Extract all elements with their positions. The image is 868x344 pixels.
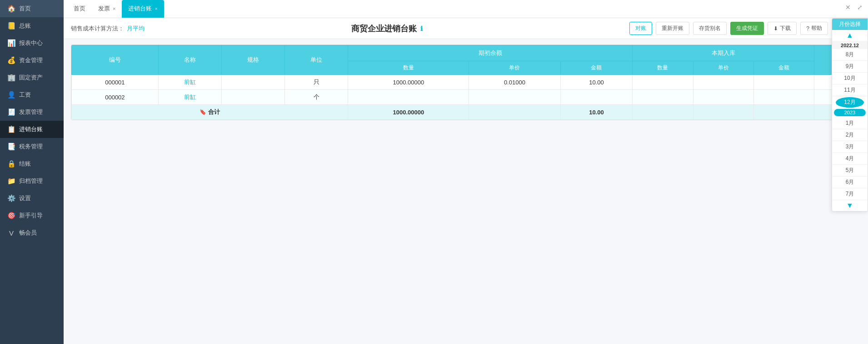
sidebar-label-vip: 畅会员 [19, 229, 37, 237]
month-item-10月[interactable]: 10月 [832, 73, 868, 84]
cell-spec [222, 90, 285, 105]
tab-label-purchase-sales: 进销台账 [128, 5, 152, 13]
sidebar-label-general-ledger: 总账 [19, 22, 31, 30]
sidebar-icon-invoice-management: 🧾 [7, 108, 15, 116]
sidebar-item-fund-management[interactable]: 💰资金管理 [0, 52, 64, 69]
cell-in-qty [633, 75, 693, 90]
sidebar-item-general-ledger[interactable]: 📒总账 [0, 17, 64, 34]
month-nav-up[interactable]: ▲ [832, 30, 868, 41]
cell-name: 前缸 [158, 90, 221, 105]
toolbar-right: 对账 重新开账 存货别名 生成凭证 ⬇ 下载 ? 帮助 ↻ 刷新 [629, 22, 861, 35]
sidebar-label-settings: 设置 [19, 194, 31, 202]
sidebar-icon-general-ledger: 📒 [7, 22, 15, 30]
sidebar-label-tax-management: 税务管理 [19, 143, 43, 151]
sidebar-label-purchase-sales-ledger: 进销台账 [19, 125, 43, 133]
close-button[interactable]: ✕ [843, 3, 853, 12]
sidebar-item-payroll[interactable]: 👤工资 [0, 86, 64, 103]
help-button[interactable]: ? 帮助 [800, 22, 828, 35]
table-wrapper: 编号 名称 规格 单位 期初余额 本期入库 数 数量 单价 金额 数 [71, 44, 861, 120]
sidebar-label-archive-management: 归档管理 [19, 177, 43, 185]
cell-code: 000001 [72, 75, 159, 90]
reopen-button[interactable]: 重新开账 [656, 22, 689, 35]
col-unit: 单位 [285, 45, 348, 75]
table-container: 编号 名称 规格 单位 期初余额 本期入库 数 数量 单价 金额 数 [64, 39, 868, 344]
cell-opening-price [469, 90, 560, 105]
window-controls: ✕ ⤢ [843, 3, 864, 12]
sidebar-item-new-user-guide[interactable]: 🎯新手引导 [0, 207, 64, 224]
download-icon: ⬇ [773, 25, 778, 32]
sidebar-label-fund-management: 资金管理 [19, 56, 43, 64]
content-area: 销售成本计算方法： 月平均 商贸企业进销台账 ℹ 对账 重新开账 存货别名 生成… [64, 18, 868, 344]
download-button[interactable]: ⬇ 下载 [768, 22, 797, 35]
sidebar-icon-fund-management: 💰 [7, 56, 15, 64]
sidebar-item-fixed-assets[interactable]: 🏢固定资产 [0, 69, 64, 86]
total-in-amount [753, 105, 814, 120]
sidebar-icon-tax-management: 📑 [7, 143, 15, 151]
tab-invoice[interactable]: 发票× [92, 0, 122, 18]
cell-opening-qty: 1000.00000 [348, 75, 469, 90]
month-item-8月[interactable]: 8月 [832, 49, 868, 61]
sidebar-item-home[interactable]: 🏠首页 [0, 0, 64, 17]
sidebar-item-report-center[interactable]: 📊报表中心 [0, 34, 64, 52]
year-2023-badge: 2023 [834, 109, 866, 117]
tabs-bar: 首页发票×进销台账× [64, 0, 868, 18]
save-alias-button[interactable]: 存货别名 [693, 22, 727, 35]
month-nav-down[interactable]: ▼ [832, 200, 868, 211]
sidebar-label-closing: 结账 [19, 160, 31, 168]
sales-method-value: 月平均 [127, 25, 145, 33]
total-opening-price [469, 105, 560, 120]
col-code: 编号 [72, 45, 159, 75]
info-icon[interactable]: ℹ [420, 25, 423, 32]
sidebar-item-tax-management[interactable]: 📑税务管理 [0, 138, 64, 155]
month-item-1月[interactable]: 1月 [832, 118, 868, 129]
reconcile-button[interactable]: 对账 [629, 22, 652, 35]
sidebar-item-vip[interactable]: V畅会员 [0, 224, 64, 241]
col-current-in: 本期入库 [633, 45, 814, 61]
months-2022-container: 8月9月10月11月12月 [832, 49, 868, 108]
sidebar-item-invoice-management[interactable]: 🧾发票管理 [0, 103, 64, 121]
maximize-button[interactable]: ⤢ [855, 3, 864, 12]
table-total-row: 🔖 合计 1000.00000 10.00 [72, 105, 860, 120]
sidebar-label-home: 首页 [19, 5, 31, 13]
cell-in-price [693, 75, 753, 90]
sidebar-icon-purchase-sales-ledger: 📋 [7, 125, 15, 133]
table-row: 000001 前缸 只 1000.00000 0.01000 10.00 [72, 75, 860, 90]
sidebar-label-report-center: 报表中心 [19, 39, 43, 47]
tab-home[interactable]: 首页 [67, 0, 92, 18]
month-item-6月[interactable]: 6月 [832, 177, 868, 188]
month-item-7月[interactable]: 7月 [832, 188, 868, 200]
month-item-2月[interactable]: 2月 [832, 129, 868, 141]
cell-in-amount [753, 90, 814, 105]
sidebar-item-purchase-sales-ledger[interactable]: 📋进销台账 [0, 121, 64, 138]
cell-in-price [693, 90, 753, 105]
col-name: 名称 [158, 45, 221, 75]
sidebar-item-archive-management[interactable]: 📁归档管理 [0, 172, 64, 190]
month-item-4月[interactable]: 4月 [832, 153, 868, 165]
sidebar-item-closing[interactable]: 🔒结账 [0, 155, 64, 172]
sidebar-icon-settings: ⚙️ [7, 194, 15, 202]
generate-voucher-button[interactable]: 生成凭证 [730, 22, 764, 35]
toolbar-left: 销售成本计算方法： 月平均 [71, 25, 145, 33]
total-opening-amount: 10.00 [560, 105, 633, 120]
tab-purchase-sales[interactable]: 进销台账× [122, 0, 164, 18]
tab-label-invoice: 发票 [98, 5, 110, 13]
col-opening-price: 单价 [469, 61, 560, 75]
sidebar-label-fixed-assets: 固定资产 [19, 74, 43, 82]
months-2023-container: 1月2月3月4月5月6月7月 [832, 118, 868, 200]
sidebar-icon-payroll: 👤 [7, 91, 15, 99]
purchase-sales-table: 编号 名称 规格 单位 期初余额 本期入库 数 数量 单价 金额 数 [71, 45, 860, 120]
month-item-9月[interactable]: 9月 [832, 61, 868, 73]
col-opening-amount: 金额 [560, 61, 633, 75]
month-item-12月[interactable]: 12月 [836, 97, 864, 108]
sidebar-item-settings[interactable]: ⚙️设置 [0, 190, 64, 207]
month-item-11月[interactable]: 11月 [832, 84, 868, 96]
tab-close-invoice[interactable]: × [113, 6, 115, 11]
table-row: 000002 前缸 个 [72, 90, 860, 105]
tab-close-purchase-sales[interactable]: × [155, 6, 157, 11]
toolbar: 销售成本计算方法： 月平均 商贸企业进销台账 ℹ 对账 重新开账 存货别名 生成… [64, 18, 868, 39]
cell-unit: 只 [285, 75, 348, 90]
month-item-5月[interactable]: 5月 [832, 165, 868, 177]
month-item-3月[interactable]: 3月 [832, 141, 868, 153]
tab-label-home: 首页 [74, 5, 85, 13]
toolbar-center: 商贸企业进销台账 ℹ [351, 23, 423, 34]
